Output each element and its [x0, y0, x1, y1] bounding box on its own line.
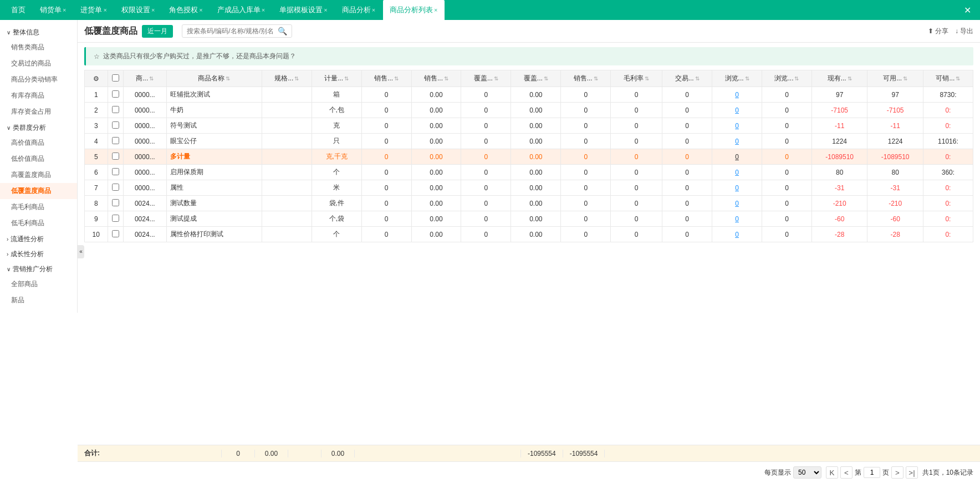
sidebar-section-成长性分析[interactable]: ›成长性分析	[0, 246, 77, 261]
row-no: 4	[85, 134, 108, 149]
nav-item-单据模板设置[interactable]: 单据模板设置 ×	[273, 0, 334, 20]
row-checkbox[interactable]	[108, 87, 123, 103]
row-checkbox[interactable]	[108, 165, 123, 180]
row-unit: 只	[312, 134, 361, 149]
row-available: -11	[867, 118, 923, 134]
share-button[interactable]: ⬆ 分享	[928, 27, 948, 36]
row-browse1[interactable]: 0	[712, 118, 762, 134]
nav-close-icon[interactable]: ×	[434, 7, 437, 13]
row-sales3: 0	[561, 165, 611, 180]
nav-item-权限设置[interactable]: 权限设置 ×	[115, 0, 161, 20]
nav-item-销货单[interactable]: 销货单 ×	[33, 0, 73, 20]
row-trade: 0	[662, 149, 712, 165]
row-browse1[interactable]: 0	[712, 211, 762, 227]
row-browse2: 0	[762, 87, 812, 103]
sidebar-item-低价值商品[interactable]: 低价值商品	[0, 151, 77, 167]
sidebar-item-全部商品[interactable]: 全部商品	[0, 276, 77, 292]
row-sales-qty: 0	[361, 211, 411, 227]
row-checkbox[interactable]	[108, 211, 123, 227]
nav-item-商品分析列表[interactable]: 商品分析列表 ×	[383, 0, 444, 20]
row-checkbox[interactable]	[108, 149, 123, 165]
per-page-select[interactable]: 102050100	[793, 466, 821, 479]
row-browse1[interactable]: 0	[712, 180, 762, 196]
nav-item-商品分析[interactable]: 商品分析 ×	[335, 0, 382, 20]
row-checkbox[interactable]	[108, 118, 123, 134]
sidebar-item-销售类商品[interactable]: 销售类商品	[0, 39, 77, 55]
sidebar-item-新品[interactable]: 新品	[0, 292, 77, 308]
row-browse1[interactable]: 0	[712, 149, 762, 165]
nav-close-icon[interactable]: ×	[324, 7, 327, 13]
table-row: 10 0024... 属性价格打印测试 个 0 0.00 0 0.00 0 0 …	[85, 227, 973, 242]
row-coverage1: 0	[461, 165, 511, 180]
row-code: 0000...	[123, 180, 166, 196]
row-checkbox[interactable]	[108, 180, 123, 196]
sidebar-section-整体信息[interactable]: ∨整体信息	[0, 24, 77, 39]
col-coverage2: 覆盖...⇅	[511, 70, 561, 87]
row-browse1[interactable]: 0	[712, 103, 762, 118]
row-coverage1: 0	[461, 118, 511, 134]
last-page-button[interactable]: >|	[906, 466, 918, 479]
row-gross: 0	[611, 180, 662, 196]
sidebar-section-营销推广分析[interactable]: ∨营销推广分析	[0, 261, 77, 276]
row-browse1[interactable]: 0	[712, 196, 762, 211]
row-browse1[interactable]: 0	[712, 87, 762, 103]
nav-item-产成品入库单[interactable]: 产成品入库单 ×	[211, 0, 272, 20]
row-checkbox[interactable]	[108, 103, 123, 118]
nav-close-icon[interactable]: ×	[63, 7, 66, 13]
sidebar-item-交易过的商品[interactable]: 交易过的商品	[0, 55, 77, 72]
nav-close-icon[interactable]: ×	[151, 7, 155, 13]
total-sales-amt: 0.00	[255, 450, 288, 457]
sidebar-section-流通性分析[interactable]: ›流通性分析	[0, 231, 77, 246]
checkbox-header[interactable]	[108, 70, 123, 87]
row-spec	[262, 118, 312, 134]
nav-close-icon[interactable]: ×	[262, 7, 265, 13]
nav-close-icon[interactable]: ×	[372, 7, 375, 13]
settings-header[interactable]: ⚙	[85, 70, 108, 87]
sidebar-item-有库存商品[interactable]: 有库存商品	[0, 88, 77, 104]
row-browse1[interactable]: 0	[712, 227, 762, 242]
search-icon[interactable]: 🔍	[278, 27, 287, 35]
sidebar-section-类群度分析[interactable]: ∨类群度分析	[0, 120, 77, 135]
prev-page-button[interactable]: <	[840, 466, 853, 479]
sidebar-collapse-button[interactable]: «	[78, 245, 84, 258]
row-sales-qty: 0	[361, 227, 411, 242]
sidebar-item-低毛利商品[interactable]: 低毛利商品	[0, 215, 77, 231]
row-sales-qty: 0	[361, 118, 411, 134]
search-input[interactable]	[187, 27, 275, 35]
row-spec	[262, 149, 312, 165]
app-close-button[interactable]: ✕	[959, 5, 976, 16]
row-browse1[interactable]: 0	[712, 165, 762, 180]
first-page-button[interactable]: K	[826, 466, 838, 479]
top-navigation: 首页销货单 ×进货单 ×权限设置 ×角色授权 ×产成品入库单 ×单据模板设置 ×…	[0, 0, 980, 20]
row-browse1[interactable]: 0	[712, 134, 762, 149]
sidebar-item-高价值商品[interactable]: 高价值商品	[0, 135, 77, 151]
nav-close-icon[interactable]: ×	[199, 7, 202, 13]
nav-item-角色授权[interactable]: 角色授权 ×	[162, 0, 209, 20]
col-name: 商品名称⇅	[166, 70, 262, 87]
page-input[interactable]	[864, 467, 880, 478]
nav-item-进货单[interactable]: 进货单 ×	[74, 0, 113, 20]
row-gross: 0	[611, 118, 662, 134]
row-coverage2: 0.00	[511, 227, 561, 242]
row-spec	[262, 196, 312, 211]
sidebar-item-库存资金占用[interactable]: 库存资金占用	[0, 104, 77, 120]
info-text: 这类商品只有很少客户购买过，是推广不够，还是商品本身问题？	[103, 52, 296, 61]
nav-close-icon[interactable]: ×	[103, 7, 106, 13]
date-filter-button[interactable]: 近一月	[142, 25, 173, 38]
sidebar-item-商品分类动销率[interactable]: 商品分类动销率	[0, 72, 77, 88]
sidebar-item-高覆盖度商品[interactable]: 高覆盖度商品	[0, 167, 77, 183]
row-checkbox[interactable]	[108, 227, 123, 242]
header-actions: ⬆ 分享 ↓ 导出	[928, 27, 973, 36]
next-page-button[interactable]: >	[891, 466, 904, 479]
chevron-icon: ∨	[7, 29, 11, 35]
row-sellable: 0:	[923, 118, 973, 134]
export-button[interactable]: ↓ 导出	[955, 27, 973, 36]
row-checkbox[interactable]	[108, 134, 123, 149]
sidebar-item-低覆盖度商品[interactable]: 低覆盖度商品	[0, 183, 77, 199]
row-coverage2: 0.00	[511, 165, 561, 180]
nav-item-首页[interactable]: 首页	[4, 0, 32, 20]
row-unit: 克,千克	[312, 149, 361, 165]
row-name: 属性	[166, 180, 262, 196]
row-checkbox[interactable]	[108, 196, 123, 211]
sidebar-item-高毛利商品[interactable]: 高毛利商品	[0, 199, 77, 215]
